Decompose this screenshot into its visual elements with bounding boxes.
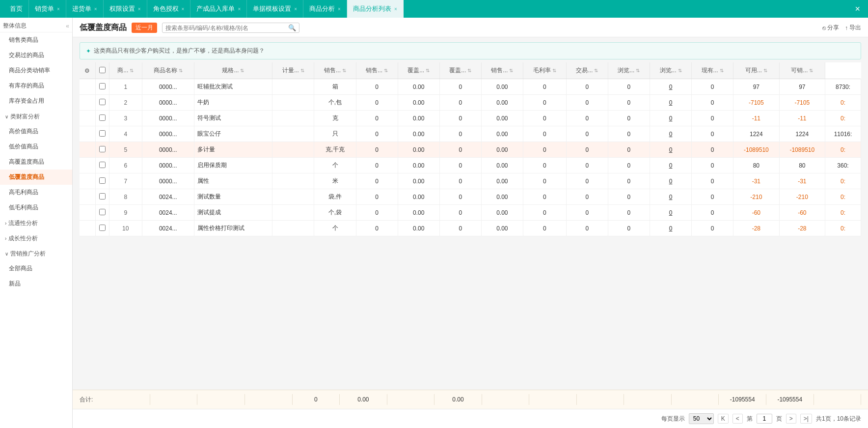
row-browse1[interactable]: 0 xyxy=(650,158,692,173)
nav-tab-purchase-close[interactable]: × xyxy=(94,6,97,12)
row-sales-amt: 0.00 xyxy=(398,158,439,173)
col-coverage1[interactable]: 覆盖...⇅ xyxy=(398,62,439,79)
nav-tab-purchase[interactable]: 进货单 × xyxy=(66,0,104,18)
nav-tab-roles[interactable]: 角色授权 × xyxy=(147,0,191,18)
row-code: 0024... xyxy=(142,221,194,236)
row-browse1[interactable]: 0 xyxy=(650,79,692,95)
sidebar-item-all-goods[interactable]: 全部商品 xyxy=(0,261,72,276)
nav-tab-product-analysis-list-close[interactable]: × xyxy=(394,6,397,12)
row-checkbox[interactable] xyxy=(99,83,106,89)
footer-cell-spacer3 xyxy=(197,394,245,405)
nav-tab-home[interactable]: 首页 xyxy=(4,0,29,18)
row-checkbox[interactable] xyxy=(99,99,106,105)
row-checkbox[interactable] xyxy=(99,114,106,121)
nav-tab-product-analysis-list[interactable]: 商品分析列表 × xyxy=(347,0,404,18)
col-saleable[interactable]: 可销...⇅ xyxy=(779,62,825,79)
sidebar-item-high-coverage[interactable]: 高覆盖度商品 xyxy=(0,154,72,170)
nav-tab-template-close[interactable]: × xyxy=(294,6,297,12)
page-label: 第 xyxy=(747,415,753,423)
search-input[interactable] xyxy=(165,25,288,31)
sidebar-item-sales-goods[interactable]: 销售类商品 xyxy=(0,32,72,48)
sidebar-item-traded-goods[interactable]: 交易过的商品 xyxy=(0,48,72,63)
nav-tab-product-analysis[interactable]: 商品分析 × xyxy=(303,0,347,18)
nav-tab-permissions-close[interactable]: × xyxy=(138,6,141,12)
sidebar-item-category-turnover[interactable]: 商品分类动销率 xyxy=(0,63,72,78)
row-browse1[interactable]: 0 xyxy=(650,205,692,221)
sidebar-section-wealth-analysis[interactable]: ∨ 类财富分析 xyxy=(0,109,72,124)
col-sales-amt[interactable]: 销售...⇅ xyxy=(356,62,398,79)
row-browse1[interactable]: 0 xyxy=(650,221,692,236)
next-page-button[interactable]: > xyxy=(786,414,796,424)
export-button[interactable]: ↑ 导出 xyxy=(845,24,861,32)
select-all-checkbox[interactable] xyxy=(99,67,106,73)
sidebar-item-in-stock-goods[interactable]: 有库存的商品 xyxy=(0,78,72,93)
first-page-button[interactable]: K xyxy=(718,414,729,424)
row-checkbox[interactable] xyxy=(99,225,106,231)
close-all-tabs-button[interactable]: × xyxy=(851,4,864,14)
row-browse1[interactable]: 0 xyxy=(650,111,692,126)
sidebar-item-stock-capital[interactable]: 库存资金占用 xyxy=(0,93,72,109)
nav-tab-roles-close[interactable]: × xyxy=(182,6,185,12)
col-coverage2[interactable]: 覆盖...⇅ xyxy=(439,62,481,79)
row-checkbox[interactable] xyxy=(99,177,106,184)
col-sales-qty[interactable]: 销售...⇅ xyxy=(314,62,356,79)
nav-tab-product-warehouse-close[interactable]: × xyxy=(238,6,241,12)
row-transaction: 0 xyxy=(608,221,650,236)
col-name[interactable]: 商品名称⇅ xyxy=(142,62,194,79)
per-page-select[interactable]: 50 10 20 100 xyxy=(689,413,714,424)
sidebar-item-low-coverage[interactable]: 低覆盖度商品 xyxy=(0,170,72,185)
prev-page-button[interactable]: < xyxy=(732,414,743,424)
col-sales3[interactable]: 销售...⇅ xyxy=(481,62,523,79)
col-spec[interactable]: 规格...⇅ xyxy=(194,62,272,79)
table-row: 2 0000... 牛奶 个,包 0 0.00 0 0.00 0 0 0 0 0… xyxy=(80,95,861,111)
sidebar-item-high-margin[interactable]: 高毛利商品 xyxy=(0,185,72,200)
col-available[interactable]: 可用...⇅ xyxy=(733,62,779,79)
sidebar-section-liquidity[interactable]: › 流通性分析 xyxy=(0,215,72,230)
row-sales-qty: 0 xyxy=(356,221,398,236)
sidebar-section-growth[interactable]: › 成长性分析 xyxy=(0,230,72,246)
share-button[interactable]: ⎋ 分享 xyxy=(822,24,839,32)
nav-tab-permissions[interactable]: 权限设置 × xyxy=(104,0,147,18)
sidebar-item-new-goods[interactable]: 新品 xyxy=(0,276,72,291)
col-transaction[interactable]: 交易...⇅ xyxy=(566,62,608,79)
col-browse1[interactable]: 浏览...⇅ xyxy=(608,62,650,79)
nav-tab-sales[interactable]: 销货单 × xyxy=(29,0,66,18)
row-checkbox[interactable] xyxy=(99,209,106,215)
export-label: 导出 xyxy=(849,24,861,32)
col-settings[interactable]: ⚙ xyxy=(80,62,95,79)
sidebar-item-low-value[interactable]: 低价值商品 xyxy=(0,139,72,154)
col-unit[interactable]: 计量...⇅ xyxy=(272,62,314,79)
row-browse1[interactable]: 0 xyxy=(650,142,692,158)
sidebar-item-low-margin[interactable]: 低毛利商品 xyxy=(0,200,72,215)
table-row: 8 0024... 测试数量 袋,件 0 0.00 0 0.00 0 0 0 0… xyxy=(80,189,861,205)
last-page-button[interactable]: >| xyxy=(800,414,812,424)
row-checkbox[interactable] xyxy=(99,193,106,200)
row-checkbox[interactable] xyxy=(99,130,106,137)
sidebar-section-wealth-label: 类财富分析 xyxy=(10,113,40,121)
col-gross-margin[interactable]: 毛利率⇅ xyxy=(523,62,566,79)
row-saleable: 0: xyxy=(825,111,861,126)
nav-tab-template[interactable]: 单据模板设置 × xyxy=(247,0,303,18)
col-current-stock[interactable]: 现有...⇅ xyxy=(692,62,733,79)
col-code[interactable]: 商...⇅ xyxy=(109,62,142,79)
row-checkbox[interactable] xyxy=(99,162,106,168)
row-browse1[interactable]: 0 xyxy=(650,95,692,111)
sort-icon4: ⇅ xyxy=(300,68,304,73)
sidebar-item-high-value[interactable]: 高价值商品 xyxy=(0,124,72,139)
row-browse1[interactable]: 0 xyxy=(650,126,692,142)
col-browse2[interactable]: 浏览...⇅ xyxy=(650,62,692,79)
row-coverage1: 0 xyxy=(439,173,481,189)
row-checkbox[interactable] xyxy=(99,146,106,152)
nav-tab-product-warehouse[interactable]: 产成品入库单 × xyxy=(190,0,247,18)
page-number-input[interactable] xyxy=(757,414,772,424)
row-unit: 个 xyxy=(314,158,356,173)
row-name: 符号测试 xyxy=(194,111,272,126)
nav-tab-product-analysis-close[interactable]: × xyxy=(338,6,341,12)
row-settings xyxy=(80,189,95,205)
sidebar-collapse-button[interactable]: « xyxy=(66,23,69,29)
row-browse1[interactable]: 0 xyxy=(650,189,692,205)
row-browse1[interactable]: 0 xyxy=(650,173,692,189)
time-filter-button[interactable]: 近一月 xyxy=(132,23,157,33)
sidebar-section-marketing[interactable]: ∨ 营销推广分析 xyxy=(0,246,72,261)
nav-tab-sales-close[interactable]: × xyxy=(57,6,60,12)
